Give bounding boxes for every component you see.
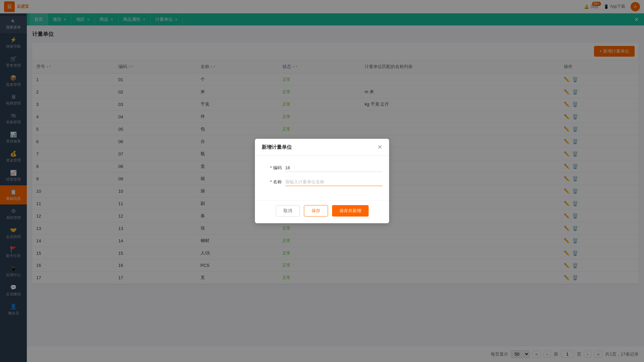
code-label: * 编码 bbox=[262, 165, 282, 171]
modal-footer: 取消 保存 保存并新增 bbox=[255, 200, 389, 223]
form-row-name: * 名称 bbox=[262, 178, 382, 186]
modal-overlay: 新增计量单位 ✕ * 编码 * 名称 取消 保存 保存并新增 bbox=[0, 0, 644, 362]
save-button[interactable]: 保存 bbox=[304, 205, 328, 217]
name-label: * 名称 bbox=[262, 179, 282, 185]
modal-close-button[interactable]: ✕ bbox=[377, 143, 382, 151]
add-unit-modal: 新增计量单位 ✕ * 编码 * 名称 取消 保存 保存并新增 bbox=[255, 139, 389, 223]
name-input[interactable] bbox=[285, 178, 382, 186]
code-input[interactable] bbox=[285, 164, 382, 172]
modal-title: 新增计量单位 bbox=[262, 144, 292, 150]
save-new-button[interactable]: 保存并新增 bbox=[332, 205, 369, 217]
modal-header: 新增计量单位 ✕ bbox=[255, 139, 389, 156]
form-row-code: * 编码 bbox=[262, 164, 382, 172]
cancel-button[interactable]: 取消 bbox=[276, 205, 300, 217]
modal-body: * 编码 * 名称 bbox=[255, 156, 389, 200]
